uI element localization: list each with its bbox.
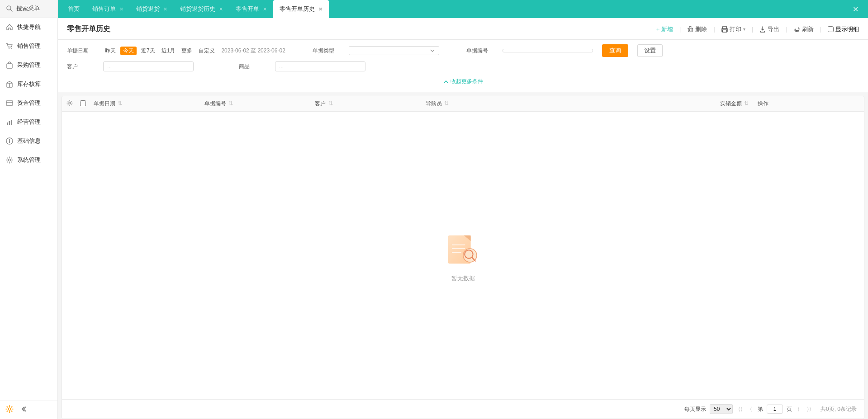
next-page-btn[interactable]: ⟩ [796, 405, 802, 413]
delete-button[interactable]: 删除 [687, 25, 707, 33]
per-page-select[interactable]: 50 10 20 100 [710, 404, 733, 414]
print-button[interactable]: 打印 ▾ [721, 25, 745, 33]
svg-point-14 [9, 139, 10, 140]
toolbar: + 新增 | 删除 | 打印 ▾ | 导出 [656, 25, 859, 33]
col-date-label: 单据日期 [94, 100, 115, 107]
svg-rect-10 [9, 121, 10, 125]
svg-rect-20 [722, 26, 726, 28]
settings-button[interactable]: 设置 [637, 44, 663, 57]
tab-home-label: 首页 [68, 5, 80, 13]
tab-sales-return-label: 销货退货 [136, 5, 160, 13]
svg-rect-7 [6, 101, 13, 105]
tab-close-icon[interactable]: ✕ [163, 6, 167, 12]
col-customer[interactable]: 客户 ⇅ [310, 96, 421, 112]
sort-icon[interactable]: ⇅ [118, 100, 122, 107]
date-btn-last7[interactable]: 近7天 [139, 47, 157, 55]
sidebar-item-purchase-mgmt[interactable]: 采购管理 [0, 56, 57, 75]
sidebar-item-sys-mgmt[interactable]: 系统管理 [0, 151, 57, 169]
col-date[interactable]: 单据日期 ⇅ [89, 96, 200, 112]
doc-no-input[interactable] [503, 49, 593, 52]
display-detail-checkbox[interactable]: 显示明细 [828, 25, 859, 33]
date-range-display: 2023-06-02 至 2023-06-02 [221, 47, 285, 55]
col-amount[interactable]: 实销金额 ⇅ [643, 96, 754, 112]
tab-close-icon[interactable]: ✕ [219, 6, 223, 12]
sidebar-item-inventory[interactable]: 库存核算 [0, 75, 57, 94]
svg-point-22 [69, 102, 71, 104]
col-amount-label: 实销金额 [720, 100, 742, 107]
chart-icon [5, 118, 14, 126]
tab-retail-open[interactable]: 零售开单 ✕ [229, 0, 273, 18]
filter-area: 单据日期 昨天 今天 近7天 近1月 更多 自定义 2023-06-02 至 2… [58, 40, 868, 92]
sidebar-item-label: 资金管理 [17, 99, 41, 107]
prev-page-btn[interactable]: ⟨ [748, 405, 754, 413]
finance-icon [5, 99, 14, 107]
doc-no-label: 单据编号 [466, 47, 493, 55]
page-input[interactable] [767, 405, 783, 414]
col-guide-label: 导购员 [426, 100, 442, 107]
settings-icon[interactable] [5, 405, 14, 414]
topbar-close-btn[interactable]: ✕ [850, 4, 861, 14]
tab-close-icon[interactable]: ✕ [263, 6, 267, 12]
sidebar-item-basic-info[interactable]: 基础信息 [0, 132, 57, 151]
customer-label: 客户 [67, 63, 94, 71]
doc-type-select[interactable] [349, 46, 439, 55]
date-btn-today[interactable]: 今天 [120, 47, 137, 55]
tab-home[interactable]: 首页 [62, 0, 86, 18]
col-no[interactable]: 单据编号 ⇅ [200, 96, 311, 112]
display-detail-input[interactable] [828, 26, 834, 32]
sidebar-item-finance[interactable]: 资金管理 [0, 94, 57, 113]
collapse-sidebar-icon[interactable] [19, 405, 27, 414]
collapse-label: 收起更多条件 [451, 78, 483, 85]
sort-icon[interactable]: ⇅ [444, 100, 449, 107]
export-button[interactable]: 导出 [759, 25, 779, 33]
tab-sales-return-history-label: 销货退货历史 [180, 5, 215, 13]
customer-input[interactable]: ... [103, 61, 194, 71]
select-all-checkbox[interactable] [80, 100, 86, 106]
sidebar-search[interactable]: 搜索采单 [0, 0, 57, 18]
tab-sales-return-history[interactable]: 销货退货历史 ✕ [174, 0, 229, 18]
date-filters: 昨天 今天 近7天 近1月 更多 自定义 2023-06-02 至 2023-0… [103, 47, 285, 55]
tab-close-icon[interactable]: ✕ [119, 6, 123, 12]
col-spacer [532, 96, 643, 112]
svg-point-16 [8, 408, 11, 410]
sort-icon[interactable]: ⇅ [744, 100, 749, 107]
content-area: 零售开单历史 + 新增 | 删除 | 打印 ▾ | [58, 18, 868, 419]
date-btn-last-month[interactable]: 近1月 [160, 47, 177, 55]
sort-icon[interactable]: ⇅ [328, 100, 333, 107]
col-action-label: 操作 [758, 100, 768, 107]
filter-row-2: 客户 ... 商品 ... [67, 61, 859, 71]
date-btn-more[interactable]: 更多 [180, 47, 194, 55]
empty-state: 暂无数据 [62, 112, 864, 399]
tab-sales-order[interactable]: 销售订单 ✕ [86, 0, 130, 18]
add-button[interactable]: + 新增 [656, 25, 673, 33]
sidebar-item-quick-nav[interactable]: 快捷导航 [0, 18, 57, 37]
first-page-btn[interactable]: ⟨⟨ [736, 405, 745, 413]
chevron-up-icon [443, 79, 449, 85]
sidebar-item-operations[interactable]: 经营管理 [0, 113, 57, 132]
sort-icon[interactable]: ⇅ [228, 100, 233, 107]
col-guide[interactable]: 导购员 ⇅ [421, 96, 532, 112]
svg-point-15 [9, 159, 11, 161]
tab-sales-return[interactable]: 销货退货 ✕ [130, 0, 174, 18]
cart-icon [5, 42, 14, 50]
tab-retail-open-history[interactable]: 零售开单历史 ✕ [273, 0, 329, 18]
chevron-down-icon [430, 48, 435, 53]
gear-icon [5, 156, 14, 164]
tab-sales-order-label: 销售订单 [92, 5, 116, 13]
collapse-button[interactable]: 收起更多条件 [443, 78, 483, 85]
refresh-label: 刷新 [802, 25, 814, 33]
tab-close-icon[interactable]: ✕ [318, 6, 323, 12]
settings-gear-icon[interactable] [66, 101, 73, 108]
query-button[interactable]: 查询 [602, 44, 628, 57]
date-btn-custom[interactable]: 自定义 [197, 47, 217, 55]
product-input[interactable]: ... [275, 61, 365, 71]
box-icon [5, 80, 14, 88]
sidebar-item-sales-mgmt[interactable]: 销售管理 [0, 37, 57, 56]
refresh-button[interactable]: 刷新 [794, 25, 814, 33]
last-page-btn[interactable]: ⟩⟩ [805, 405, 813, 413]
col-select-all[interactable] [76, 96, 89, 112]
per-page-label: 每页显示 [684, 405, 706, 413]
sidebar-item-label: 采购管理 [17, 61, 41, 69]
print-dropdown-icon[interactable]: ▾ [743, 27, 745, 32]
date-btn-yesterday[interactable]: 昨天 [103, 47, 118, 55]
